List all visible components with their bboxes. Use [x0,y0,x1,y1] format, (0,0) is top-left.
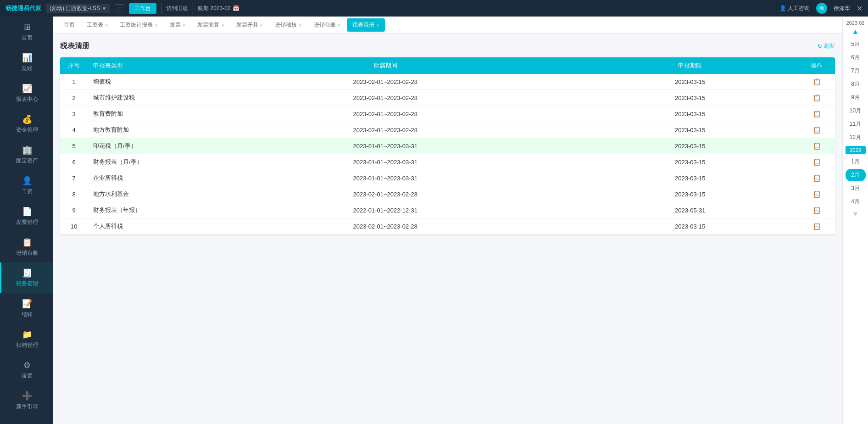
tab-close-icon[interactable]: × [376,22,379,28]
tab-label: 工资表 [87,21,103,29]
cell-period: 2022-01-01~2022-12-31 [189,202,582,218]
human-consult-link[interactable]: 👤 人工咨询 [779,5,810,12]
cell-type: 增值税 [88,74,189,90]
sidebar-item-sales[interactable]: 📋 进销台账 [0,232,53,262]
chevron-down-icon: ▼ [102,6,106,11]
action-icon[interactable]: 📋 [813,174,821,182]
sidebar-item-reports[interactable]: 📈 报表中心 [0,78,53,109]
action-icon[interactable]: 📋 [813,94,821,101]
sidebar-item-member[interactable]: ♦ 畅会员 [0,416,53,424]
action-icon[interactable]: 📋 [813,142,821,150]
cell-period: 2023-02-01~2023-02-28 [189,106,582,122]
sidebar-item-archive[interactable]: 📁 归档管理 [0,324,53,355]
sidebar: ⊞ 首页 📊 总账 📈 报表中心 💰 资金管理 🏢 固定资产 👤 工资 📄 发票… [0,17,53,424]
tab-invoicecalc[interactable]: 发票测算 × [192,18,229,32]
month-item-10[interactable]: 10月 [846,105,866,117]
sidebar-item-wages[interactable]: 👤 工资 [0,170,53,201]
tab-close-icon[interactable]: × [338,22,340,28]
cell-type: 城市维护建设税 [88,90,189,106]
sidebar-item-label: 进销台账 [16,249,38,257]
month-item-1[interactable]: 1月 [846,156,866,168]
tab-invoiceopen[interactable]: 发票开具 × [231,18,268,32]
month-item-9[interactable]: 9月 [846,91,866,104]
tab-label: 税表清册 [352,21,374,29]
sidebar-item-assets[interactable]: 🏢 固定资产 [0,139,53,170]
tab-label: 首页 [64,21,75,29]
sidebar-item-tax[interactable]: 🧾 税务管理 [0,262,53,293]
month-item-2-current[interactable]: 2月 [846,169,866,181]
cell-deadline: 2023-03-15 [582,170,799,186]
month-item-3[interactable]: 3月 [846,182,866,195]
sidebar-item-home[interactable]: ⊞ 首页 [0,17,53,47]
tab-close-icon[interactable]: × [221,22,224,28]
copy-button[interactable]: □ [115,4,124,12]
sidebar-item-label: 首页 [22,34,33,42]
tab-close-icon[interactable]: × [155,22,157,28]
table-row: 4 地方教育附加 2023-02-01~2023-02-28 2023-03-1… [60,122,835,138]
table-row: 8 地方水利基金 2023-02-01~2023-02-28 2023-03-1… [60,186,835,202]
member-icon: ♦ [25,422,29,424]
tab-taxlist[interactable]: 税表清册 × [347,18,384,32]
sidebar-item-funds[interactable]: 💰 资金管理 [0,109,53,139]
tab-close-icon[interactable]: × [183,22,185,28]
sidebar-item-label: 设置 [22,372,33,380]
month-item-5[interactable]: 5月 [846,38,866,50]
cell-type: 地方水利基金 [88,186,189,202]
tab-label: 发票 [170,21,181,29]
close-button[interactable]: ✕ [857,4,862,13]
cell-index: 7 [60,170,88,186]
month-item-11[interactable]: 11月 [846,118,866,130]
month-item-6[interactable]: 6月 [846,51,866,64]
sidebar-item-label: 工资 [22,188,33,195]
tab-label: 发票开具 [236,21,258,29]
cell-action: 📋 [798,74,835,90]
action-icon[interactable]: 📋 [813,78,821,85]
scroll-down-button[interactable]: ▼ [852,210,859,218]
month-item-12[interactable]: 12月 [846,131,866,144]
right-panel: 2023.02 ▲ 5月 6月 7月 8月 9月 10月 11月 12月 202… [842,17,868,424]
refresh-button[interactable]: ↻ 刷新 [818,42,835,50]
person-icon: 👤 [779,5,786,11]
cell-deadline: 2023-03-15 [582,90,799,106]
cell-period: 2023-01-01~2023-03-31 [189,138,582,154]
scroll-up-button[interactable]: ▲ [852,28,859,36]
tab-wages[interactable]: 工资表 × [81,18,113,32]
action-icon[interactable]: 📋 [813,110,821,117]
action-icon[interactable]: 📋 [813,206,821,214]
tab-invoice[interactable]: 发票 × [164,18,191,32]
sidebar-item-ledger[interactable]: 📊 总账 [0,47,53,78]
sidebar-item-invoices[interactable]: 📄 发票管理 [0,201,53,232]
cell-period: 2023-02-01~2023-02-28 [189,74,582,90]
funds-icon: 💰 [22,114,32,124]
tab-wagereport[interactable]: 工资统计报表 × [114,18,163,32]
content-area: 首页 工资表 × 工资统计报表 × 发票 × 发票测算 × 发票开具 × [53,17,842,424]
action-icon[interactable]: 📋 [813,126,821,134]
sidebar-item-settings[interactable]: ⚙ 设置 [0,355,53,385]
workspace-button[interactable]: 工作台 [129,3,156,14]
sidebar-item-label: 固定资产 [16,157,38,165]
action-icon[interactable]: 📋 [813,158,821,166]
tab-label: 进销稽核 [275,21,297,29]
col-action: 操作 [798,57,835,74]
sidebar-item-guide[interactable]: ➕ 新手引导 [0,385,53,416]
action-icon[interactable]: 📋 [813,190,821,198]
company-selector[interactable]: (勿动) 江西股宝-LSS ▼ [46,4,110,13]
tab-close-icon[interactable]: × [299,22,301,28]
tab-home[interactable]: 首页 [58,18,80,32]
cell-action: 📋 [798,170,835,186]
month-item-8[interactable]: 8月 [846,78,866,90]
action-icon[interactable]: 📋 [813,223,821,230]
tab-close-icon[interactable]: × [260,22,263,28]
main-layout: ⊞ 首页 📊 总账 📈 报表中心 💰 资金管理 🏢 固定资产 👤 工资 📄 发票… [0,17,868,424]
tab-salescheck[interactable]: 进销稽核 × [269,18,307,32]
cell-action: 📋 [798,122,835,138]
sidebar-item-settlement[interactable]: 📝 结账 [0,293,53,324]
tab-close-icon[interactable]: × [105,22,108,28]
month-item-4[interactable]: 4月 [846,195,866,208]
tax-table: 序号 申报表类型 所属期间 申报期限 操作 1 增值税 2023-02-01~2… [60,57,835,234]
col-period: 所属期间 [189,57,582,74]
month-item-7[interactable]: 7月 [846,65,866,77]
tab-salesledger[interactable]: 进销台账 × [308,18,346,32]
switch-old-version-button[interactable]: 切到旧版 [161,3,193,14]
refresh-label: 刷新 [824,42,835,50]
